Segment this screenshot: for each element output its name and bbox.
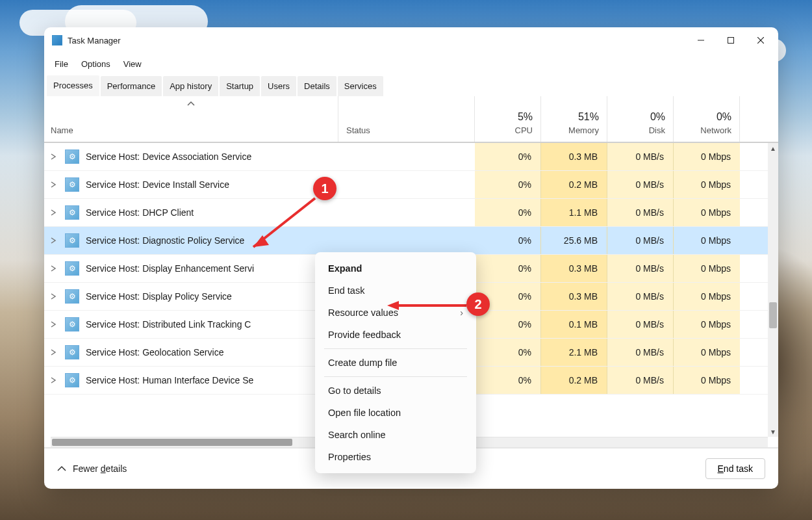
expand-toggle[interactable] — [44, 255, 62, 282]
col-name[interactable]: Name — [44, 96, 338, 142]
ctx-expand[interactable]: Expand — [315, 257, 476, 280]
hscroll-thumb[interactable] — [52, 439, 292, 446]
expand-toggle[interactable] — [44, 339, 62, 366]
col-disk[interactable]: 0% Disk — [607, 96, 674, 142]
col-status[interactable]: Status — [338, 96, 475, 142]
cpu-cell: 0% — [475, 199, 541, 226]
expand-toggle[interactable] — [44, 283, 62, 310]
fewer-details-toggle[interactable]: Fewer details — [57, 463, 127, 474]
process-row[interactable]: Service Host: Diagnostic Policy Service0… — [44, 227, 778, 255]
service-icon — [65, 150, 79, 164]
memory-cell: 0.3 MB — [541, 255, 607, 282]
disk-cell: 0 MB/s — [607, 199, 674, 226]
memory-cell: 0.2 MB — [541, 171, 607, 198]
menubar: File Options View — [44, 53, 778, 74]
process-row[interactable]: Service Host: Device Install Service0%0.… — [44, 171, 778, 199]
col-status-label: Status — [346, 125, 466, 135]
memory-cell: 0.1 MB — [541, 311, 607, 338]
expand-toggle[interactable] — [44, 199, 62, 226]
disk-usage-pct: 0% — [615, 111, 665, 123]
window-title: Task Manager — [68, 36, 686, 46]
expand-toggle[interactable] — [44, 171, 62, 198]
menu-file[interactable]: File — [49, 55, 73, 73]
service-icon — [65, 317, 79, 332]
network-cell: 0 Mbps — [674, 255, 740, 282]
scroll-thumb[interactable] — [769, 302, 777, 328]
maximize-icon — [728, 37, 734, 44]
expand-toggle[interactable] — [44, 311, 62, 338]
disk-cell: 0 MB/s — [607, 143, 674, 170]
minimize-button[interactable] — [686, 28, 716, 53]
tab-app-history[interactable]: App history — [163, 76, 218, 96]
expand-toggle[interactable] — [44, 227, 62, 254]
memory-cell: 1.1 MB — [541, 199, 607, 226]
ctx-provide-feedback[interactable]: Provide feedback — [315, 324, 476, 346]
expand-toggle[interactable] — [44, 367, 62, 394]
fewer-details-label: Fewer details — [73, 463, 127, 474]
process-row[interactable]: Service Host: DHCP Client0%1.1 MB0 MB/s0… — [44, 199, 778, 227]
col-memory[interactable]: 51% Memory — [541, 96, 607, 142]
sort-ascending-icon — [187, 101, 195, 107]
process-name: Service Host: Human Interface Device Se — [86, 367, 338, 394]
process-name: Service Host: Display Policy Service — [86, 283, 338, 310]
vertical-scrollbar[interactable]: ▲ ▼ — [768, 143, 778, 437]
col-network[interactable]: 0% Network — [674, 96, 740, 142]
scroll-down-icon[interactable]: ▼ — [768, 426, 778, 437]
network-usage-pct: 0% — [681, 111, 731, 123]
memory-cell: 0.2 MB — [541, 367, 607, 394]
col-network-label: Network — [681, 125, 731, 135]
context-menu: Expand End task Resource values › Provid… — [315, 252, 476, 473]
tab-services[interactable]: Services — [338, 76, 383, 96]
column-headers: Name Status 5% CPU 51% Memory 0% Disk 0%… — [44, 96, 778, 143]
tab-processes[interactable]: Processes — [47, 75, 99, 96]
tab-details[interactable]: Details — [298, 76, 336, 96]
titlebar[interactable]: Task Manager — [44, 27, 778, 53]
ctx-properties[interactable]: Properties — [315, 446, 476, 468]
service-icon — [65, 177, 79, 192]
menu-view[interactable]: View — [118, 55, 147, 73]
network-cell: 0 Mbps — [674, 199, 740, 226]
tab-users[interactable]: Users — [261, 76, 296, 96]
expand-toggle[interactable] — [44, 143, 62, 170]
tab-startup[interactable]: Startup — [220, 76, 260, 96]
disk-cell: 0 MB/s — [607, 227, 674, 254]
scroll-up-icon[interactable]: ▲ — [768, 143, 778, 153]
close-button[interactable] — [746, 28, 776, 53]
process-name: Service Host: Distributed Link Tracking … — [86, 311, 338, 338]
annotation-arrow-2 — [383, 298, 474, 313]
tab-performance[interactable]: Performance — [101, 76, 162, 96]
app-icon — [52, 35, 62, 46]
end-task-button[interactable]: End task — [705, 458, 765, 479]
disk-cell: 0 MB/s — [607, 171, 674, 198]
ctx-open-file-location[interactable]: Open file location — [315, 402, 476, 424]
ctx-search-online[interactable]: Search online — [315, 424, 476, 446]
cpu-cell: 0% — [475, 143, 541, 170]
ctx-go-to-details[interactable]: Go to details — [315, 380, 476, 402]
close-icon — [757, 37, 764, 44]
cpu-cell: 0% — [475, 339, 541, 366]
disk-cell: 0 MB/s — [607, 311, 674, 338]
service-icon — [65, 261, 79, 276]
col-name-label: Name — [51, 125, 330, 135]
ctx-create-dump[interactable]: Create dump file — [315, 352, 476, 374]
menu-options[interactable]: Options — [76, 55, 116, 73]
col-cpu[interactable]: 5% CPU — [475, 96, 541, 142]
memory-cell: 2.1 MB — [541, 339, 607, 366]
tabstrip: Processes Performance App history Startu… — [44, 74, 778, 96]
annotation-callout-2: 2 — [466, 292, 490, 316]
maximize-button[interactable] — [716, 28, 746, 53]
cpu-cell: 0% — [475, 227, 541, 254]
service-icon — [65, 233, 79, 248]
service-icon — [65, 373, 79, 387]
network-cell: 0 Mbps — [674, 227, 740, 254]
annotation-arrow-1 — [240, 195, 318, 260]
cpu-cell: 0% — [475, 367, 541, 394]
col-memory-label: Memory — [549, 125, 599, 135]
process-name: Service Host: Device Install Service — [86, 171, 338, 198]
service-icon — [65, 289, 79, 304]
process-row[interactable]: Service Host: Device Association Service… — [44, 143, 778, 171]
network-cell: 0 Mbps — [674, 283, 740, 310]
network-cell: 0 Mbps — [674, 143, 740, 170]
process-name: Service Host: Device Association Service — [86, 143, 338, 170]
disk-cell: 0 MB/s — [607, 339, 674, 366]
